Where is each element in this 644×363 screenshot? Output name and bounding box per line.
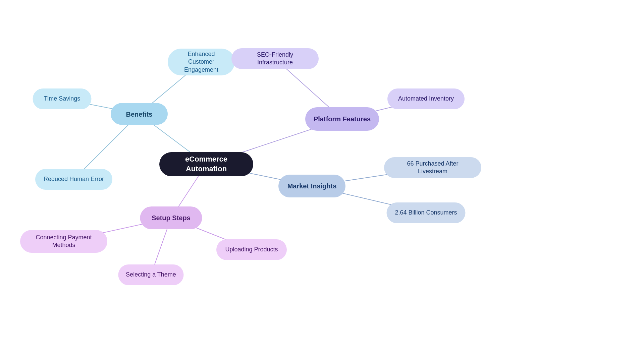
- node-seo-friendly-infrast[interactable]: SEO-Friendly Infrastructure: [231, 48, 319, 69]
- node-setup-steps[interactable]: Setup Steps: [140, 206, 202, 229]
- mindmap-canvas: eCommerce AutomationBenefitsEnhanced Cus…: [0, 0, 644, 363]
- node-ecommerce-automation[interactable]: eCommerce Automation: [159, 152, 253, 176]
- node-time-savings[interactable]: Time Savings: [33, 88, 92, 109]
- node-market-insights[interactable]: Market Insights: [278, 175, 345, 197]
- node-connecting-payment-m[interactable]: Connecting PaymentMethods: [20, 230, 107, 253]
- node-benefits[interactable]: Benefits: [111, 103, 168, 125]
- node-66-purchased-after-l[interactable]: 66 Purchased After Livestream: [384, 157, 481, 178]
- node-selecting-a-theme[interactable]: Selecting a Theme: [118, 264, 184, 285]
- node-2.64-billion-consume[interactable]: 2.64 Billion Consumers: [387, 202, 466, 223]
- node-enhanced-customer-en[interactable]: Enhanced CustomerEngagement: [168, 49, 235, 75]
- node-uploading-products[interactable]: Uploading Products: [216, 239, 287, 260]
- node-automated-inventory[interactable]: Automated Inventory: [387, 88, 465, 109]
- node-reduced-human-error[interactable]: Reduced Human Error: [35, 169, 112, 190]
- node-platform-features[interactable]: Platform Features: [305, 107, 379, 131]
